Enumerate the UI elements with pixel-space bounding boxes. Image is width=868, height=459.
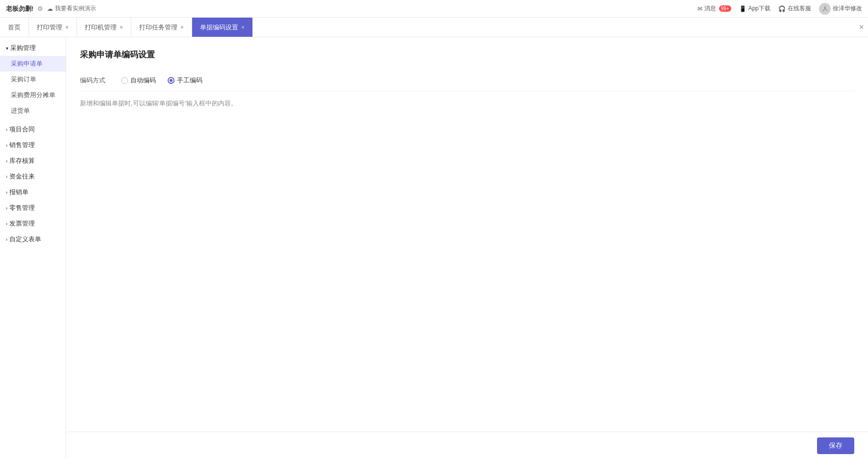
chevron-right-icon-project: › xyxy=(6,127,7,132)
radio-manual-circle[interactable] xyxy=(168,77,174,84)
radio-manual-label: 手工编码 xyxy=(177,76,202,85)
online-service-group[interactable]: 🎧 在线客服 xyxy=(778,4,811,13)
sidebar-item-purchase-order-label: 采购订单 xyxy=(11,76,36,83)
hint-text: 新增和编辑单据时,可以编辑'单据编号'输入框中的内容。 xyxy=(80,99,854,108)
main-layout: ▾ 采购管理 采购申请单 采购订单 采购费用分摊单 进货单 › 项目合同 › 销… xyxy=(0,37,868,459)
sidebar-group-project-contract[interactable]: › 项目合同 xyxy=(0,122,66,137)
sidebar-group-fund-label: 资金往来 xyxy=(9,172,35,181)
chevron-right-icon-sales: › xyxy=(6,143,7,148)
save-button[interactable]: 保存 xyxy=(817,437,854,454)
tab-single-code-label: 单据编码设置 xyxy=(200,23,238,32)
page-title: 采购申请单编码设置 xyxy=(80,49,854,60)
tab-print-task-mgmt-label: 打印任务管理 xyxy=(139,23,177,32)
tab-bar: 首页 打印管理 × 打印机管理 × 打印任务管理 × 单据编码设置 × × xyxy=(0,18,868,37)
sidebar-item-stock-in[interactable]: 进货单 xyxy=(0,103,66,119)
brand-label: 老板勿删! xyxy=(6,4,33,13)
message-group[interactable]: ✉ 消息 99+ xyxy=(697,4,731,13)
message-badge: 99+ xyxy=(719,5,731,12)
sidebar-group-sales-label: 销售管理 xyxy=(9,141,35,150)
sidebar-group-custom-forms[interactable]: › 自定义表单 xyxy=(0,231,66,247)
sidebar-group-purchase-header[interactable]: ▾ 采购管理 xyxy=(0,40,66,56)
app-label: App下载 xyxy=(748,4,770,13)
sidebar-group-retail[interactable]: › 零售管理 xyxy=(0,200,66,216)
tab-printer-mgmt-close[interactable]: × xyxy=(120,24,123,31)
cloud-icon: ☁ xyxy=(47,5,53,12)
sidebar-item-stock-in-label: 进货单 xyxy=(11,107,30,114)
user-name: 徐泽华修改 xyxy=(833,4,862,13)
sidebar-item-purchase-expense-label: 采购费用分摊单 xyxy=(11,91,55,99)
service-label: 在线客服 xyxy=(788,4,811,13)
tab-print-mgmt-label: 打印管理 xyxy=(37,23,62,32)
sidebar-item-purchase-request-label: 采购申请单 xyxy=(11,60,43,67)
chevron-down-icon: ▾ xyxy=(6,46,8,51)
tab-print-mgmt-close[interactable]: × xyxy=(65,24,69,31)
sidebar-group-invoice-label: 发票管理 xyxy=(9,219,35,228)
avatar: 人 xyxy=(819,3,831,15)
chevron-right-icon-invoice: › xyxy=(6,221,7,227)
tab-print-task-mgmt-close[interactable]: × xyxy=(180,24,184,31)
tab-print-mgmt[interactable]: 打印管理 × xyxy=(29,18,77,37)
encoding-row: 编码方式 自动编码 手工编码 xyxy=(80,70,854,91)
top-bar: 老板勿删! ⚙ ☁ 我要看实例演示 ✉ 消息 99+ 📱 App下载 🎧 在线客… xyxy=(0,0,868,18)
tab-single-code[interactable]: 单据编码设置 × xyxy=(192,18,253,37)
top-bar-right: ✉ 消息 99+ 📱 App下载 🎧 在线客服 人 徐泽华修改 xyxy=(697,3,862,15)
app-icon: 📱 xyxy=(739,5,746,12)
sidebar-group-invoice[interactable]: › 发票管理 xyxy=(0,216,66,231)
sidebar: ▾ 采购管理 采购申请单 采购订单 采购费用分摊单 进货单 › 项目合同 › 销… xyxy=(0,37,66,459)
radio-manual-option[interactable]: 手工编码 xyxy=(168,76,202,85)
sidebar-group-returns-label: 报销单 xyxy=(9,188,28,197)
content-footer: 保存 xyxy=(66,432,868,459)
tab-home[interactable]: 首页 xyxy=(0,18,29,37)
tab-printer-mgmt-label: 打印机管理 xyxy=(85,23,117,32)
search-bar[interactable]: ☁ 我要看实例演示 xyxy=(47,4,96,13)
sidebar-item-purchase-order[interactable]: 采购订单 xyxy=(0,72,66,87)
app-download-group[interactable]: 📱 App下载 xyxy=(739,4,770,13)
tab-printer-mgmt[interactable]: 打印机管理 × xyxy=(77,18,131,37)
settings-icon[interactable]: ⚙ xyxy=(37,5,43,12)
encoding-label: 编码方式 xyxy=(80,76,109,85)
sidebar-group-custom-label: 自定义表单 xyxy=(9,235,41,244)
radio-auto-circle[interactable] xyxy=(121,77,128,84)
message-label: 消息 xyxy=(704,4,716,13)
search-text: 我要看实例演示 xyxy=(55,4,96,13)
chevron-right-icon-returns: › xyxy=(6,190,7,195)
tab-single-code-close[interactable]: × xyxy=(241,24,245,31)
content-inner: 采购申请单编码设置 编码方式 自动编码 手工编码 新增和编辑单据时,可以编辑'单… xyxy=(66,37,868,432)
top-bar-left: 老板勿删! ⚙ ☁ 我要看实例演示 xyxy=(6,4,96,13)
sidebar-item-purchase-request[interactable]: 采购申请单 xyxy=(0,56,66,72)
tab-print-task-mgmt[interactable]: 打印任务管理 × xyxy=(131,18,192,37)
sidebar-group-retail-label: 零售管理 xyxy=(9,204,35,212)
chevron-right-icon-inventory: › xyxy=(6,158,7,164)
chevron-right-icon-fund: › xyxy=(6,174,7,179)
sidebar-group-sales[interactable]: › 销售管理 xyxy=(0,137,66,153)
sidebar-group-purchase: ▾ 采购管理 采购申请单 采购订单 采购费用分摊单 进货单 xyxy=(0,37,66,122)
sidebar-group-returns[interactable]: › 报销单 xyxy=(0,184,66,200)
sidebar-group-purchase-label: 采购管理 xyxy=(10,44,36,52)
tab-home-label: 首页 xyxy=(8,23,21,32)
radio-auto-option[interactable]: 自动编码 xyxy=(121,76,156,85)
service-icon: 🎧 xyxy=(778,5,786,12)
sidebar-group-project-label: 项目合同 xyxy=(9,125,35,134)
sidebar-group-inventory[interactable]: › 库存核算 xyxy=(0,153,66,169)
sidebar-item-purchase-expense[interactable]: 采购费用分摊单 xyxy=(0,87,66,103)
sidebar-group-fund-flow[interactable]: › 资金往来 xyxy=(0,169,66,184)
radio-auto-label: 自动编码 xyxy=(130,76,156,85)
user-group[interactable]: 人 徐泽华修改 xyxy=(819,3,862,15)
tab-bar-close-icon[interactable]: × xyxy=(859,22,864,32)
sidebar-group-inventory-label: 库存核算 xyxy=(9,156,35,165)
chevron-right-icon-retail: › xyxy=(6,205,7,211)
content-area: 采购申请单编码设置 编码方式 自动编码 手工编码 新增和编辑单据时,可以编辑'单… xyxy=(66,37,868,459)
chevron-right-icon-custom: › xyxy=(6,237,7,242)
message-icon: ✉ xyxy=(697,5,702,12)
